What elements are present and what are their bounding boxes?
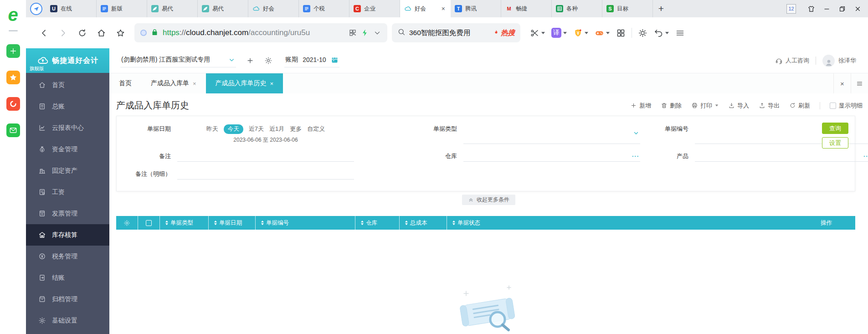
- user-menu[interactable]: 徐泽华: [822, 55, 856, 67]
- browser-tab-5[interactable]: 好会: [248, 0, 299, 17]
- back-icon[interactable]: [34, 23, 53, 42]
- sidebar-item-inventory[interactable]: 库存核算: [26, 224, 109, 246]
- browser-tab-7[interactable]: C企业: [349, 0, 400, 17]
- new-tab-button[interactable]: +: [653, 0, 669, 17]
- address-bar[interactable]: https://cloud.chanjet.com/accounting/uru…: [134, 23, 387, 42]
- product-select[interactable]: ···: [695, 151, 868, 162]
- browser-tab-4[interactable]: 易代: [198, 0, 248, 17]
- browser-tab-1[interactable]: U在线: [46, 0, 97, 17]
- app-tab-3[interactable]: 产成品入库单历史×: [206, 73, 283, 93]
- dock-security-swirl-icon[interactable]: [6, 97, 20, 111]
- trash-button[interactable]: 删除: [661, 102, 682, 110]
- qr-code-icon[interactable]: [349, 29, 357, 37]
- sidebar-item-ledger[interactable]: 总账: [26, 96, 109, 117]
- minimize-button[interactable]: [819, 0, 834, 17]
- tab-close-icon[interactable]: ×: [270, 80, 274, 87]
- close-tabs-button[interactable]: ×: [833, 73, 851, 93]
- date-option[interactable]: 近7天: [249, 125, 264, 133]
- date-option[interactable]: 今天: [224, 124, 243, 134]
- address-dropdown-icon[interactable]: [373, 29, 381, 37]
- reload-icon[interactable]: [72, 23, 92, 42]
- tab-close-icon[interactable]: ×: [441, 5, 446, 12]
- browser-e-logo-icon[interactable]: e: [8, 5, 18, 25]
- date-option[interactable]: 昨天: [206, 125, 218, 133]
- wallet-shield-icon[interactable]: [570, 23, 591, 42]
- ellipsis-icon[interactable]: ···: [632, 154, 639, 159]
- tab-list-icon[interactable]: [851, 73, 868, 93]
- refresh-button[interactable]: 刷新: [789, 102, 810, 110]
- tab-count-badge[interactable]: 12: [786, 4, 796, 14]
- warehouse-select[interactable]: ···: [463, 151, 640, 162]
- sidebar-item-settings[interactable]: 基础设置: [26, 310, 109, 331]
- plus-button[interactable]: 新增: [630, 102, 651, 110]
- date-option[interactable]: 更多: [290, 125, 302, 133]
- column-header-4[interactable]: 仓库: [355, 216, 400, 230]
- collapse-conditions-button[interactable]: 收起更多条件: [462, 195, 515, 205]
- date-option[interactable]: 近1月: [269, 125, 284, 133]
- hot-search-badge[interactable]: 热搜: [493, 28, 515, 38]
- select-all-checkbox[interactable]: [146, 220, 152, 226]
- column-header-3[interactable]: 单据编号: [256, 216, 355, 230]
- support-link[interactable]: 人工咨询: [775, 57, 809, 65]
- dock-favorites-star-icon[interactable]: [6, 71, 20, 84]
- sidebar-item-guide[interactable]: 新手引导: [26, 331, 109, 334]
- browser-tab-10[interactable]: M畅捷: [501, 0, 552, 17]
- account-settings-gear-icon[interactable]: [264, 57, 272, 65]
- column-header-5[interactable]: 总成本: [400, 216, 447, 230]
- export-button[interactable]: 导出: [759, 102, 780, 110]
- sidebar-item-invoice[interactable]: 发票管理: [26, 203, 109, 224]
- dock-mail-icon[interactable]: [6, 123, 20, 137]
- select-all-cell[interactable]: [138, 216, 160, 230]
- memo-detail-input[interactable]: [177, 169, 354, 180]
- home-icon[interactable]: [92, 23, 111, 42]
- apps-grid-icon[interactable]: [613, 23, 629, 42]
- app-tab-1[interactable]: 首页: [109, 73, 141, 93]
- column-header-6[interactable]: 单据状态: [447, 216, 797, 230]
- tab-close-icon[interactable]: ×: [193, 80, 196, 87]
- import-button[interactable]: 导入: [728, 102, 749, 110]
- company-selector[interactable]: (勿删勿禁用) 江西服宝测试专用: [120, 54, 236, 67]
- browser-tab-11[interactable]: 各种: [552, 0, 602, 17]
- skin-shirt-icon[interactable]: [803, 0, 819, 17]
- sidebar-item-tax[interactable]: 税务管理: [26, 246, 109, 267]
- browser-tab-12[interactable]: S目标: [602, 0, 653, 17]
- show-detail-checkbox[interactable]: [830, 103, 836, 109]
- undo-icon[interactable]: [651, 23, 672, 42]
- sidebar-item-home[interactable]: 首页: [26, 74, 109, 96]
- memo-input[interactable]: [177, 151, 354, 162]
- app-brand[interactable]: 畅捷通好会计 旗舰版: [26, 48, 109, 73]
- date-option[interactable]: 自定义: [307, 125, 325, 133]
- search-box[interactable]: 360智能抠图免费用 热搜: [392, 23, 520, 42]
- browser-tab-6[interactable]: 个税: [299, 0, 349, 17]
- browser-tab-2[interactable]: 新版: [97, 0, 147, 17]
- translate-icon[interactable]: 译: [548, 23, 570, 42]
- sidebar-item-funds[interactable]: 资金管理: [26, 139, 109, 160]
- printer-button[interactable]: 打印: [691, 102, 719, 110]
- app-tab-2[interactable]: 产成品入库单×: [141, 73, 206, 93]
- close-button[interactable]: [850, 0, 865, 17]
- column-header-1[interactable]: 单据类型: [160, 216, 209, 230]
- browser-tab-9[interactable]: T腾讯: [451, 0, 501, 17]
- period-selector[interactable]: 账期 2021-10: [284, 54, 339, 67]
- add-account-button[interactable]: [246, 57, 254, 65]
- dock-assistant-plus-icon[interactable]: [6, 44, 20, 58]
- games-gamepad-icon[interactable]: [591, 23, 613, 42]
- show-detail-toggle[interactable]: 显示明细: [830, 102, 863, 110]
- browser-tab-8[interactable]: 好会×: [400, 0, 451, 17]
- url-text[interactable]: https://cloud.chanjet.com/accounting/uru…: [163, 28, 344, 37]
- forward-icon[interactable]: [53, 23, 72, 42]
- query-button[interactable]: 查询: [822, 123, 848, 134]
- table-settings-gear-icon[interactable]: [116, 216, 138, 230]
- settings-button[interactable]: 设置: [822, 137, 848, 149]
- browser-tab-3[interactable]: 易代: [147, 0, 198, 17]
- site-info-icon[interactable]: [140, 30, 147, 36]
- screenshot-scissors-icon[interactable]: [527, 23, 548, 42]
- search-suggestion[interactable]: 360智能抠图免费用: [409, 28, 489, 38]
- doc-type-select[interactable]: [463, 123, 640, 144]
- favorite-star-icon[interactable]: [111, 23, 130, 42]
- sidebar-item-report[interactable]: 云报表中心: [26, 117, 109, 139]
- sidebar-item-closing[interactable]: 结账: [26, 267, 109, 288]
- browser-nav-button[interactable]: [26, 0, 46, 17]
- column-header-2[interactable]: 单据日期: [209, 216, 256, 230]
- sidebar-item-archive[interactable]: 归档管理: [26, 288, 109, 310]
